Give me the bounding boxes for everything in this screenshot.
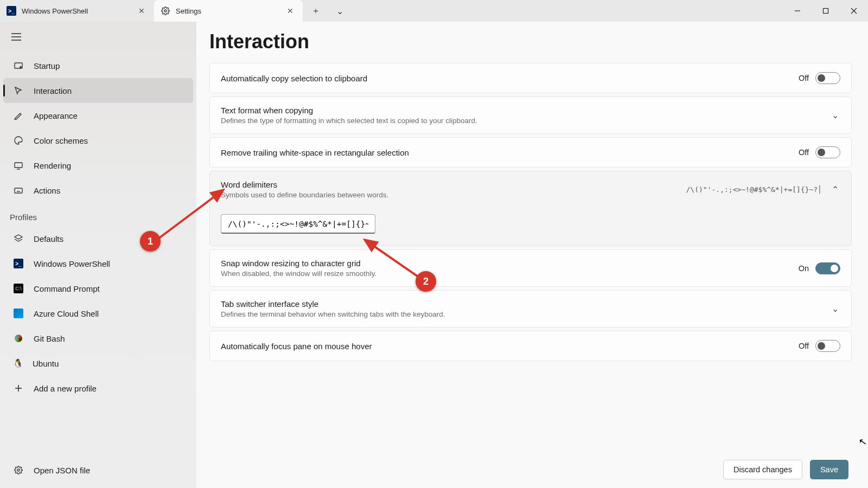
interaction-icon (13, 85, 24, 96)
close-icon[interactable]: ✕ (136, 5, 148, 17)
sidebar-item-actions[interactable]: Actions (3, 178, 193, 203)
toggle-state: Off (799, 148, 809, 157)
sidebar-item-add-profile[interactable]: Add a new profile (3, 376, 193, 401)
setting-value-summary: /\()"'-.,:;<>~!@#$%^&*|+=[]{}~?│ (686, 185, 822, 194)
setting-title: Snap window resizing to character grid (221, 259, 799, 268)
save-button[interactable]: Save (810, 460, 848, 479)
startup-icon (13, 60, 24, 71)
nav-label: Git Bash (34, 334, 65, 343)
setting-snap-resize[interactable]: Snap window resizing to character grid W… (209, 249, 852, 287)
new-tab-button[interactable]: ＋ (306, 3, 326, 19)
tab-powershell[interactable]: >_ Windows PowerShell ✕ (0, 0, 154, 22)
setting-title: Word delimiters (221, 180, 686, 189)
hamburger-button[interactable] (5, 26, 27, 48)
word-delimiters-input[interactable] (221, 214, 375, 234)
setting-auto-copy[interactable]: Automatically copy selection to clipboar… (209, 63, 852, 93)
nav-label: Color schemes (34, 136, 88, 145)
setting-title: Tab switcher interface style (221, 299, 829, 309)
gear-icon (13, 465, 24, 476)
nav-label: Azure Cloud Shell (34, 309, 99, 318)
nav-label: Add a new profile (34, 384, 97, 393)
maximize-button[interactable] (812, 0, 840, 22)
cursor-icon: ↖ (858, 435, 868, 448)
tab-actions: ＋ ⌄ (303, 3, 349, 19)
palette-icon (13, 135, 24, 146)
sidebar-item-cmd[interactable]: C:\ Command Prompt (3, 276, 193, 301)
toggle-auto-copy[interactable] (815, 72, 840, 84)
setting-title: Remove trailing white-space in rectangul… (221, 148, 799, 157)
annotation-badge-2: 2 (416, 271, 436, 292)
setting-title: Automatically focus pane on mouse hover (221, 342, 799, 351)
rendering-icon (13, 160, 24, 171)
gear-icon (161, 6, 170, 16)
nav-label: Ubuntu (33, 359, 59, 368)
setting-desc: Symbols used to define boundaries betwee… (221, 191, 686, 199)
nav-label: Rendering (34, 161, 71, 170)
setting-auto-focus[interactable]: Automatically focus pane on mouse hover … (209, 331, 852, 361)
setting-tab-switcher[interactable]: Tab switcher interface style Defines the… (209, 290, 852, 328)
page-title: Interaction (209, 30, 852, 53)
sidebar-item-defaults[interactable]: Defaults (3, 226, 193, 251)
setting-title: Text format when copying (221, 106, 829, 115)
appearance-icon (13, 110, 24, 121)
toggle-auto-focus[interactable] (815, 340, 840, 352)
nav-label: Interaction (34, 86, 72, 95)
svg-marker-17 (15, 235, 22, 239)
tab-settings[interactable]: Settings ✕ (154, 0, 303, 22)
sidebar-item-gitbash[interactable]: Git Bash (3, 326, 193, 351)
nav-label: Windows PowerShell (34, 259, 110, 268)
setting-desc: When disabled, the window will resize sm… (221, 269, 799, 278)
expander-header[interactable]: Word delimiters Symbols used to define b… (210, 171, 851, 208)
sidebar-item-azure[interactable]: Azure Cloud Shell (3, 301, 193, 326)
plus-icon (13, 383, 24, 394)
close-icon[interactable]: ✕ (284, 5, 296, 17)
setting-text-format[interactable]: Text format when copying Defines the typ… (209, 97, 852, 134)
close-window-button[interactable] (840, 0, 868, 22)
sidebar-item-appearance[interactable]: Appearance (3, 103, 193, 128)
tab-dropdown-button[interactable]: ⌄ (330, 3, 349, 19)
sidebar-item-color-schemes[interactable]: Color schemes (3, 128, 193, 153)
nav-label: Startup (34, 61, 60, 70)
title-bar: >_ Windows PowerShell ✕ Settings ✕ ＋ ⌄ (0, 0, 868, 22)
layers-icon (13, 233, 24, 244)
nav-label: Actions (34, 186, 60, 195)
sidebar-item-ubuntu[interactable]: 🐧 Ubuntu (3, 351, 193, 376)
keyboard-icon (13, 185, 24, 196)
nav-label: Command Prompt (34, 284, 100, 293)
toggle-trim-whitespace[interactable] (815, 146, 840, 158)
setting-desc: Defines the type of formatting in which … (221, 117, 829, 125)
nav-label: Open JSON file (34, 466, 90, 475)
sidebar: Startup Interaction Appearance Color sch… (0, 22, 196, 488)
toggle-state: Off (799, 342, 809, 350)
tab-title: Settings (176, 7, 279, 15)
powershell-icon: >_ (7, 6, 16, 16)
sidebar-item-interaction[interactable]: Interaction (3, 78, 193, 103)
toggle-state: Off (799, 74, 809, 82)
powershell-icon: >_ (13, 258, 24, 269)
setting-desc: Defines the terminal behavior when switc… (221, 310, 829, 318)
button-label: Discard changes (733, 465, 792, 474)
toggle-snap-resize[interactable] (815, 262, 840, 274)
svg-point-0 (164, 10, 167, 12)
discard-changes-button[interactable]: Discard changes (723, 460, 802, 479)
cmd-icon: C:\ (13, 283, 24, 294)
nav-label: Appearance (34, 111, 78, 120)
main-content: Interaction Automatically copy selection… (196, 22, 868, 488)
setting-trim-whitespace[interactable]: Remove trailing white-space in rectangul… (209, 137, 852, 168)
sidebar-item-open-json[interactable]: Open JSON file (3, 458, 193, 483)
footer: Discard changes Save (209, 451, 852, 488)
tab-title: Windows PowerShell (22, 7, 130, 15)
svg-point-20 (17, 469, 20, 471)
svg-rect-2 (824, 9, 828, 14)
sidebar-item-powershell[interactable]: >_ Windows PowerShell (3, 251, 193, 276)
svg-point-9 (20, 67, 21, 68)
svg-rect-12 (15, 188, 22, 193)
button-label: Save (820, 465, 838, 474)
chevron-down-icon: ⌄ (829, 304, 840, 314)
sidebar-item-startup[interactable]: Startup (3, 53, 193, 78)
minimize-button[interactable] (783, 0, 812, 22)
chevron-up-icon: ⌃ (829, 184, 840, 195)
azure-icon (13, 308, 24, 319)
sidebar-item-rendering[interactable]: Rendering (3, 153, 193, 178)
setting-word-delimiters: Word delimiters Symbols used to define b… (209, 171, 852, 246)
